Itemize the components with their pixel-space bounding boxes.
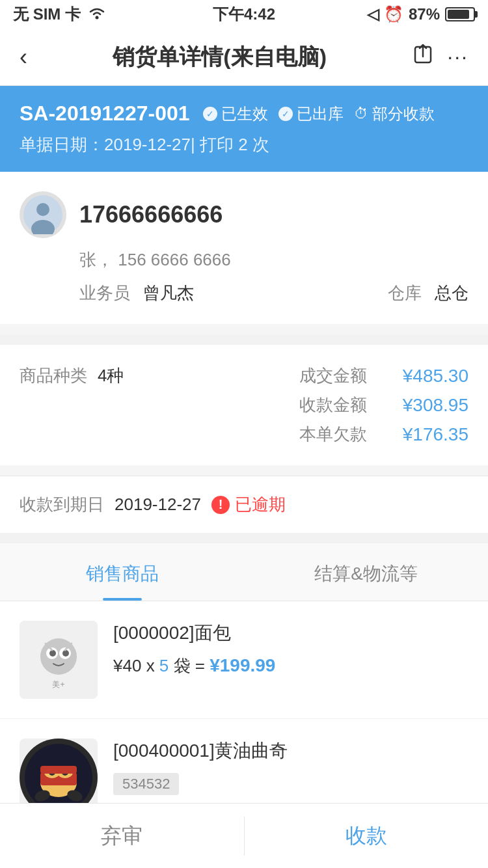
order-id: SA-20191227-001	[20, 102, 190, 126]
warehouse-label: 仓库	[388, 282, 422, 305]
customer-sub-info: 张， 156 6666 6666	[79, 249, 468, 271]
product-types-value: 4种	[98, 364, 124, 387]
received-amount: 收款金额 ¥308.95	[299, 394, 468, 416]
product-name-cookie: [000400001]黄油曲奇	[113, 739, 468, 763]
product-total-bread: ¥199.99	[210, 655, 275, 675]
order-date: 单据日期：2019-12-27| 打印 2 次	[20, 133, 468, 156]
status-shipped: ✓ 已出库	[278, 103, 344, 124]
nav-actions: ···	[412, 44, 468, 70]
check-icon-1: ✓	[203, 107, 217, 121]
svg-rect-20	[40, 766, 77, 774]
cancel-audit-button[interactable]: 弃审	[0, 804, 244, 868]
status-partial: ⏱ 部分收款	[354, 103, 435, 124]
product-tag-cookie: 534532	[113, 772, 468, 795]
status-time: 下午4:42	[213, 4, 275, 25]
clock-icon: ⏱	[354, 105, 368, 122]
debt-amount-value: ¥176.35	[377, 424, 468, 445]
more-icon[interactable]: ···	[447, 45, 468, 69]
svg-point-0	[96, 16, 99, 20]
received-amount-value: ¥308.95	[377, 395, 468, 416]
stats-section: 商品种类 4种 成交金额 ¥485.30 收款金额 ¥308.95 本单欠款 ¥…	[0, 345, 488, 465]
due-date-label: 收款到期日	[20, 493, 104, 516]
overdue-badge: ! 已逾期	[211, 493, 286, 516]
tabs-row: 销售商品 结算&物流等	[0, 543, 488, 601]
divider-1	[0, 334, 488, 345]
product-item: 美+ [0000002]面包 ¥40 x 5 袋 = ¥199.99	[0, 601, 488, 719]
deal-amount-label: 成交金额	[299, 364, 367, 387]
product-types: 商品种类 4种	[20, 364, 124, 387]
check-icon-2: ✓	[278, 107, 293, 121]
sales-label: 业务员	[79, 282, 130, 305]
divider-2	[0, 533, 488, 543]
debt-amount-label: 本单欠款	[299, 423, 367, 446]
battery-icon	[445, 7, 475, 21]
wifi-icon	[87, 5, 107, 23]
status-bar-right: ◁ ⏰ 87%	[367, 5, 475, 23]
product-name-bread: [0000002]面包	[113, 621, 468, 645]
due-date-value: 2019-12-27	[115, 495, 201, 515]
carrier-label: 无 SIM 卡	[13, 4, 81, 25]
svg-point-3	[36, 203, 49, 216]
svg-text:美+: 美+	[52, 680, 64, 689]
deal-amount: 成交金额 ¥485.30	[299, 364, 468, 387]
amount-stats: 成交金额 ¥485.30 收款金额 ¥308.95 本单欠款 ¥176.35	[299, 364, 468, 446]
product-info-bread: [0000002]面包 ¥40 x 5 袋 = ¥199.99	[113, 621, 468, 677]
status-active: ✓ 已生效	[203, 103, 268, 124]
sales-name: 曾凡杰	[143, 282, 194, 305]
battery-percent: 87%	[409, 5, 440, 23]
page-title: 销货单详情(来自电脑)	[113, 42, 327, 72]
back-button[interactable]: ‹	[20, 44, 27, 71]
collect-payment-button[interactable]: 收款	[245, 804, 489, 868]
overdue-text: 已逾期	[235, 493, 286, 516]
customer-card: 17666666666 张， 156 6666 6666 业务员 曾凡杰 仓库 …	[0, 172, 488, 324]
nav-bar: ‹ 销货单详情(来自电脑) ···	[0, 29, 488, 86]
tab-settle-logistics[interactable]: 结算&物流等	[244, 543, 488, 601]
customer-info-row: 业务员 曾凡杰 仓库 总仓	[79, 282, 468, 305]
bottom-bar: 弃审 收款	[0, 803, 488, 868]
customer-top: 17666666666	[20, 191, 468, 238]
order-status-tags: ✓ 已生效 ✓ 已出库 ⏱ 部分收款	[203, 103, 435, 124]
svg-point-9	[49, 650, 56, 657]
order-header: SA-20191227-001 ✓ 已生效 ✓ 已出库 ⏱ 部分收款 单据日期：…	[0, 86, 488, 172]
location-icon: ◁	[367, 5, 379, 23]
share-icon[interactable]	[412, 44, 434, 70]
product-image-bread: 美+	[20, 621, 98, 699]
customer-phone: 17666666666	[79, 201, 223, 228]
tabs-section: 销售商品 结算&物流等	[0, 543, 488, 601]
alarm-icon: ⏰	[384, 5, 403, 23]
overdue-exclamation-icon: !	[211, 496, 230, 514]
svg-point-10	[62, 650, 69, 657]
product-types-label: 商品种类	[20, 364, 87, 387]
due-date-section: 收款到期日 2019-12-27 ! 已逾期	[0, 476, 488, 533]
debt-amount: 本单欠款 ¥176.35	[299, 423, 468, 446]
product-price-bread: ¥40 x 5 袋 = ¥199.99	[113, 655, 468, 677]
status-bar-left: 无 SIM 卡	[13, 4, 107, 25]
deal-amount-value: ¥485.30	[377, 366, 468, 387]
tab-sales-products[interactable]: 销售商品	[0, 543, 244, 601]
status-bar: 无 SIM 卡 下午4:42 ◁ ⏰ 87%	[0, 0, 488, 29]
received-amount-label: 收款金额	[299, 394, 367, 416]
product-qty-bread: 5	[159, 656, 169, 675]
warehouse-name: 总仓	[435, 282, 468, 305]
customer-avatar	[20, 191, 66, 238]
